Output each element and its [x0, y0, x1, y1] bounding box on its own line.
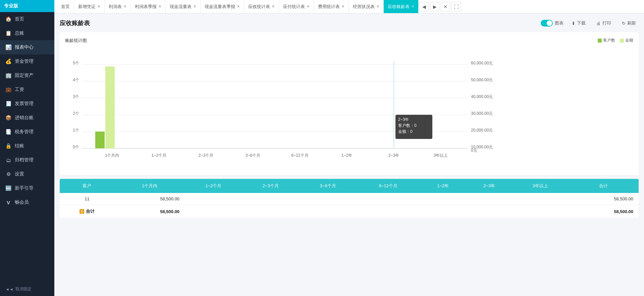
chart-toggle[interactable]: 图表: [541, 20, 564, 27]
sidebar-item-reports[interactable]: 📊 报表中心: [0, 40, 54, 54]
download-button[interactable]: ⬇ 下载: [569, 19, 588, 28]
svg-text:40,000.00元: 40,000.00元: [471, 94, 493, 99]
close-icon[interactable]: ✕: [97, 4, 100, 9]
sidebar-item-label: 结账: [15, 143, 24, 149]
sidebar-toggle-pin[interactable]: ◄◄ 取消固定: [0, 282, 54, 296]
cell-y2: [466, 193, 513, 205]
sidebar-item-settings[interactable]: ⚙ 设置: [0, 167, 54, 181]
chart-container: 账龄统计图 客户数 金额 5个 4个 3个 2个 1个: [60, 32, 639, 175]
cell-total-y3: [513, 205, 568, 218]
sidebar-item-label: 总账: [15, 30, 24, 36]
close-icon[interactable]: ✕: [193, 4, 196, 9]
sidebar-item-salary[interactable]: 💼 工资: [0, 83, 54, 97]
tab-expense-stats[interactable]: 费用统计表 ✕: [314, 0, 349, 13]
sidebar-item-label: 资金管理: [15, 58, 34, 64]
tab-ar-aging[interactable]: 应收账龄表 ✕: [384, 0, 419, 13]
sidebar-item-fund[interactable]: 💰 资金管理: [0, 54, 54, 68]
tab-close-button[interactable]: ✕: [441, 2, 450, 11]
close-icon[interactable]: ✕: [341, 4, 344, 9]
sidebar-item-label: 首页: [15, 16, 24, 22]
sidebar-item-guide[interactable]: 🆕 新手引导: [0, 181, 54, 195]
assets-icon: 🏢: [5, 72, 11, 79]
col-y2: 2~3年: [466, 179, 513, 193]
tab-cashflow-quarter[interactable]: 现金流量表季报 ✕: [201, 0, 244, 13]
cell-total-label: Σ 合计: [60, 205, 114, 218]
tab-label: 费用统计表: [318, 4, 340, 10]
home-icon: 🏠: [5, 16, 11, 22]
total-row-label: 合计: [86, 208, 95, 214]
refresh-label: 刷新: [627, 20, 636, 26]
tab-next-button[interactable]: ▶: [430, 2, 439, 11]
tab-home[interactable]: 首页: [57, 0, 74, 13]
sidebar-item-close[interactable]: 🔒 结账: [0, 139, 54, 153]
tab-ap-stats[interactable]: 应付统计表 ✕: [279, 0, 314, 13]
toggle-switch[interactable]: [541, 20, 553, 27]
tab-cashflow[interactable]: 现金流量表 ✕: [166, 0, 201, 13]
tab-expand-button[interactable]: ⛶: [451, 2, 461, 11]
sidebar-item-invoice[interactable]: 🧾 发票管理: [0, 97, 54, 111]
cell-total-m1: 58,500.00: [114, 205, 185, 218]
sidebar-item-purchase[interactable]: 📦 进销台账: [0, 111, 54, 125]
svg-text:0元: 0元: [471, 148, 477, 153]
close-icon[interactable]: ✕: [307, 4, 310, 9]
svg-text:3年以上: 3年以上: [434, 153, 448, 158]
tab-label: 新增凭证: [78, 4, 96, 10]
tab-prev-button[interactable]: ◀: [419, 2, 429, 11]
svg-text:5个: 5个: [73, 61, 79, 65]
sidebar-item-vip[interactable]: V 畅会员: [0, 195, 54, 209]
chart-svg: 5个 4个 3个 2个 1个 0个 60,000.00元 50,000.00元 …: [65, 48, 484, 168]
tab-voucher[interactable]: 新增凭证 ✕: [74, 0, 105, 13]
svg-text:4个: 4个: [73, 78, 79, 82]
sidebar-item-label: 工资: [15, 87, 24, 93]
sidebar-item-tax[interactable]: 📑 税务管理: [0, 125, 54, 139]
close-icon[interactable]: ✕: [237, 4, 240, 9]
tab-label: 应付统计表: [283, 4, 305, 10]
page-title: 应收账龄表: [60, 19, 90, 27]
sidebar-item-label: 进销台账: [15, 115, 34, 121]
cell-total-y1: [420, 205, 466, 218]
col-m3: 2~3个月: [242, 179, 300, 193]
tab-label: 经营状况表: [353, 4, 375, 10]
tab-label: 应收统计表: [248, 4, 270, 10]
fund-icon: 💰: [5, 58, 11, 64]
sidebar-item-home[interactable]: 🏠 首页: [0, 12, 54, 26]
print-button[interactable]: 🖨 打印: [594, 19, 614, 28]
tab-label: 现金流量表季报: [205, 4, 235, 10]
salary-icon: 💼: [5, 87, 11, 93]
sidebar-item-label: 畅会员: [15, 199, 29, 205]
svg-text:1个月内: 1个月内: [105, 153, 119, 158]
settings-icon: ⚙: [5, 171, 11, 177]
close-icon[interactable]: ✕: [272, 4, 275, 9]
close-icon[interactable]: ✕: [376, 4, 379, 9]
print-label: 打印: [602, 20, 611, 26]
cell-total-y2: [466, 205, 513, 218]
tab-operations[interactable]: 经营状况表 ✕: [349, 0, 384, 13]
header-actions: 图表 ⬇ 下载 🖨 打印 ↻ 刷新: [541, 19, 639, 28]
sidebar-item-label: 发票管理: [15, 101, 34, 107]
reports-icon: 📊: [5, 44, 11, 50]
tab-profit[interactable]: 利润表 ✕: [105, 0, 131, 13]
cell-customer: 11: [60, 193, 114, 205]
pin-label: 取消固定: [15, 286, 32, 292]
tab-label: 利润表: [109, 4, 122, 10]
refresh-button[interactable]: ↻ 刷新: [619, 19, 639, 28]
sidebar-item-archive[interactable]: 🗂 归档管理: [0, 153, 54, 167]
sidebar-item-ledger[interactable]: 📋 总账: [0, 26, 54, 40]
svg-text:客户数：0: 客户数：0: [398, 123, 417, 128]
legend-amount-label: 金额: [625, 38, 633, 43]
tab-ar-stats[interactable]: 应收统计表 ✕: [244, 0, 279, 13]
sidebar: 专业版 🏠 首页 📋 总账 📊 报表中心 💰 资金管理 🏢 固定资产 💼 工资 …: [0, 0, 54, 296]
app-logo: 专业版: [0, 0, 54, 12]
bar-amount-1[interactable]: [105, 66, 115, 148]
close-icon[interactable]: ✕: [158, 4, 161, 9]
sidebar-item-assets[interactable]: 🏢 固定资产: [0, 68, 54, 83]
svg-text:3个: 3个: [73, 94, 79, 99]
close-icon[interactable]: ✕: [123, 4, 126, 9]
close-icon[interactable]: ✕: [411, 4, 414, 9]
sidebar-item-label: 归档管理: [15, 157, 34, 163]
bar-customers-1[interactable]: [95, 132, 105, 148]
svg-text:0个: 0个: [73, 145, 79, 149]
table-row: 11 58,500.00 58,500.00: [60, 193, 639, 205]
tab-profit-quarter[interactable]: 利润表季报 ✕: [131, 0, 166, 13]
col-y1: 1~2年: [420, 179, 466, 193]
